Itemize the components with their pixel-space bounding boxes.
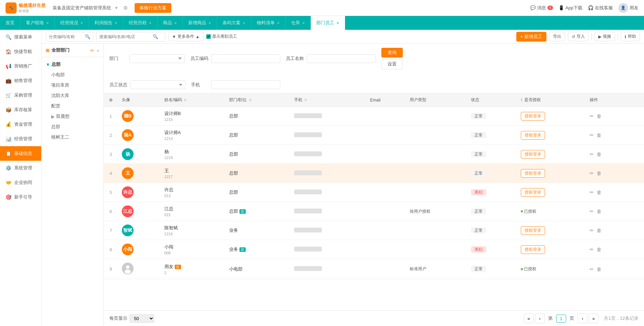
message-button[interactable]: 💬 消息 6: [530, 5, 553, 11]
edit-icon[interactable]: ✏: [590, 228, 594, 233]
tab-employee[interactable]: 部门员工 ✕: [311, 16, 345, 30]
col-settings[interactable]: ⚙: [104, 94, 118, 107]
delete-icon[interactable]: 🗑: [597, 151, 601, 157]
close-icon[interactable]: ✕: [149, 21, 152, 25]
dept-node-shenyang[interactable]: 沈阳大库: [42, 90, 103, 101]
online-service-button[interactable]: 🎧 在线客服: [588, 5, 613, 11]
close-icon[interactable]: ✕: [277, 21, 280, 25]
col-name-code[interactable]: 姓名/编码 ⇅: [160, 94, 225, 107]
sidebar-item-inventory[interactable]: 📦 库存核算: [0, 103, 41, 117]
current-page[interactable]: 1: [556, 315, 566, 323]
experience-button[interactable]: 体验行业方案: [135, 3, 171, 13]
set-button[interactable]: 设置: [381, 59, 403, 69]
auth-button[interactable]: 授权登录: [521, 112, 545, 121]
auth-button[interactable]: 授权登录: [521, 188, 545, 197]
dept-node-zongbu-parent[interactable]: ▼ 总部: [42, 59, 103, 70]
tab-bom[interactable]: 物料清单 ✕: [251, 16, 285, 30]
sidebar-item-basic[interactable]: 📋 基础信息: [0, 146, 41, 161]
user-avatar[interactable]: 👤 用友: [618, 3, 638, 13]
edit-icon[interactable]: ✏: [590, 151, 594, 157]
tab-profit[interactable]: 利润报告 ✕: [89, 16, 123, 30]
phone-input[interactable]: [211, 80, 280, 89]
dept-select[interactable]: [129, 54, 185, 63]
tab-operation[interactable]: 经营情况 ✕: [55, 16, 89, 30]
app-download-button[interactable]: 📱 App下载: [559, 5, 582, 11]
system-arrow-icon[interactable]: ▾: [115, 5, 118, 10]
edit-icon[interactable]: ✏: [590, 247, 594, 252]
next-page-button[interactable]: ›: [578, 314, 587, 323]
auth-button[interactable]: 授权登录: [521, 226, 545, 235]
tab-home[interactable]: 首页: [0, 16, 20, 30]
col-dept-position[interactable]: 部门/职位 ⇅: [225, 94, 290, 107]
dept-node-zongbu-child[interactable]: 总部: [42, 122, 103, 132]
tab-warehouse[interactable]: 仓库 ✕: [285, 16, 311, 30]
auth-button[interactable]: 授权登录: [521, 169, 545, 178]
close-icon[interactable]: ✕: [243, 21, 245, 25]
export-button[interactable]: 导出: [549, 32, 565, 41]
close-icon[interactable]: ✕: [80, 21, 83, 25]
close-icon[interactable]: ✕: [336, 21, 339, 25]
dept-node-zhishu[interactable]: 植树王二: [42, 132, 103, 142]
edit-icon[interactable]: ✏: [590, 190, 594, 195]
auth-button[interactable]: 授权登录: [521, 150, 545, 159]
edit-icon[interactable]: ✏: [590, 266, 594, 272]
collapse-icon[interactable]: «: [97, 48, 99, 53]
dept-node-peihuo[interactable]: 配货: [42, 101, 103, 111]
edit-icon[interactable]: ✏: [590, 209, 594, 214]
more-filter-button[interactable]: ▼ 更多条件 ▲: [168, 32, 203, 41]
sidebar-item-guide[interactable]: 🎯 新手引导: [0, 190, 41, 204]
sidebar-item-system[interactable]: ⚙️ 系统管理: [0, 161, 41, 175]
sidebar-item-nav[interactable]: 🏠 快捷导航: [0, 44, 41, 59]
help-button[interactable]: ℹ 帮助: [621, 32, 640, 41]
delete-icon[interactable]: 🗑: [597, 266, 601, 272]
last-page-button[interactable]: »: [589, 314, 598, 323]
close-icon[interactable]: ✕: [208, 21, 211, 25]
tab-history[interactable]: 经营历程 ✕: [123, 16, 157, 30]
gear-icon[interactable]: ⚙: [123, 5, 128, 11]
page-size-select[interactable]: 50 100: [129, 314, 154, 323]
delete-icon[interactable]: 🗑: [597, 190, 601, 195]
sidebar-item-marketing[interactable]: 📢 营销推广: [0, 59, 41, 73]
close-icon[interactable]: ✕: [302, 21, 305, 25]
dept-search-input[interactable]: [49, 34, 83, 39]
delete-icon[interactable]: 🗑: [597, 247, 601, 252]
close-icon[interactable]: ✕: [174, 21, 177, 25]
sidebar-item-purchase[interactable]: 🛒 采购管理: [0, 88, 41, 103]
sidebar-item-search[interactable]: 🔍 搜索菜单: [0, 30, 41, 44]
sidebar-item-sales[interactable]: 💼 销售管理: [0, 73, 41, 88]
edit-icon[interactable]: ✏: [590, 132, 594, 138]
auth-button[interactable]: 授权登录: [521, 245, 545, 254]
col-phone[interactable]: 手机 ⇅: [290, 94, 366, 107]
delete-icon[interactable]: 🗑: [597, 228, 601, 233]
auth-button[interactable]: 授权登录: [521, 131, 545, 140]
edit-icon[interactable]: ✏: [590, 113, 594, 119]
delete-icon[interactable]: 🗑: [597, 209, 601, 214]
show-resign-checkbox[interactable]: 显示离职员工: [206, 34, 237, 39]
tab-new-goods[interactable]: 新增商品 ✕: [183, 16, 217, 30]
tab-barcode[interactable]: 条码方案 ✕: [217, 16, 251, 30]
dept-node-shuanglu[interactable]: ▶ 双鹿想: [42, 111, 103, 122]
tab-goods[interactable]: 商品 ✕: [157, 16, 183, 30]
dept-node-xiangmu[interactable]: 项目库房: [42, 80, 103, 90]
delete-icon[interactable]: 🗑: [597, 132, 601, 138]
close-icon[interactable]: ✕: [115, 21, 117, 25]
edit-icon[interactable]: ✏: [590, 170, 594, 176]
employee-search-input[interactable]: [99, 34, 151, 39]
add-employee-button[interactable]: + 新增员工: [516, 32, 546, 42]
edit-dept-icon[interactable]: ✏: [90, 48, 94, 53]
view-button[interactable]: ▶ 视频: [595, 32, 615, 41]
tab-customer[interactable]: 客户联络 ✕: [20, 16, 55, 30]
query-button[interactable]: 查询: [381, 48, 403, 58]
sidebar-item-finance[interactable]: 💰 资金管理: [0, 117, 41, 132]
import-button[interactable]: ↺ 导入: [568, 32, 589, 41]
first-page-button[interactable]: «: [524, 314, 534, 323]
dept-node-xiaodian[interactable]: 小电部: [42, 70, 103, 80]
emp-name-input[interactable]: [307, 54, 376, 63]
close-icon[interactable]: ✕: [46, 21, 49, 25]
emp-status-select[interactable]: [130, 80, 185, 89]
delete-icon[interactable]: 🗑: [597, 113, 601, 119]
sidebar-item-operation[interactable]: 📊 经营管理: [0, 132, 41, 146]
prev-page-button[interactable]: ‹: [535, 314, 545, 323]
sidebar-item-collab[interactable]: 🤝 企业协同: [0, 175, 41, 190]
emp-code-input[interactable]: [211, 54, 280, 63]
